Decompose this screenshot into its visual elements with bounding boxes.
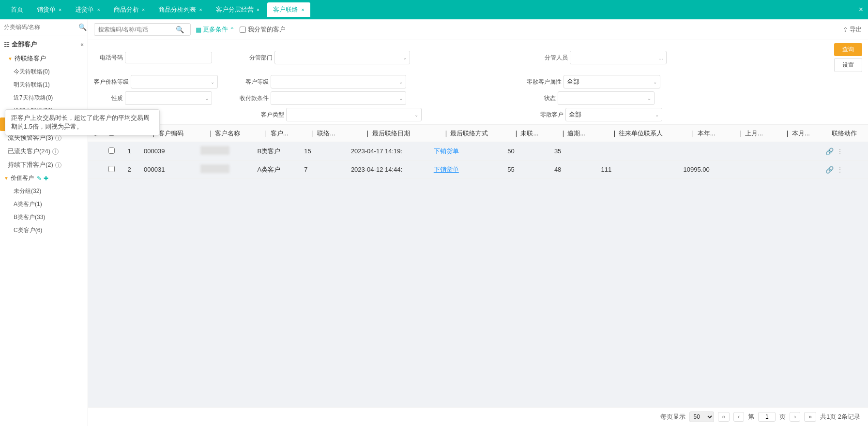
nav-tab-close-商品分析[interactable]: × (142, 7, 145, 13)
sidebar-item-b-class[interactable]: B类客户(33) (0, 211, 88, 224)
search-input[interactable] (98, 26, 176, 33)
td-checkbox[interactable] (104, 161, 120, 179)
manager-label: 分管人员 (539, 54, 568, 62)
sidebar-header-label: 全部客户 (12, 40, 37, 49)
td-last-method[interactable]: 下销货单 (429, 142, 503, 161)
table-scroll-wrapper: ⚙ ❘ 客户编码 ❘ 客户名称 ❘ 客户... ❘ 联络... ❘ 最后联络日期 (88, 125, 868, 407)
th-last-contact-date[interactable]: ❘ 最后联络日期 (346, 125, 429, 142)
grid-action-icon[interactable]: ⋮ (837, 166, 843, 174)
sidebar-item-a-class[interactable]: A类客户(1) (0, 198, 88, 211)
total-info: 共1页 2条记录 (820, 412, 860, 421)
nav-tab-close-客户分层经营[interactable]: × (257, 7, 259, 13)
td-not-contacted: 55 (503, 161, 549, 179)
export-icon: ⇪ (843, 26, 848, 33)
payment-select[interactable]: ⌄ (271, 91, 406, 105)
sidebar-all-customers[interactable]: ☷ 全部客户 « (0, 37, 88, 52)
sidebar-search-input[interactable] (4, 24, 76, 30)
td-this-year (679, 142, 727, 161)
nav-tab-close-销货单[interactable]: × (59, 7, 61, 13)
nav-tab-客户联络[interactable]: 客户联络 × (267, 2, 310, 17)
link-action-icon[interactable]: 🔗 (825, 147, 834, 155)
sidebar-value-label[interactable]: 价值客户 (11, 174, 34, 182)
last-method-link[interactable]: 下销货单 (434, 147, 459, 155)
gender-select[interactable]: ⌄ (125, 91, 212, 105)
th-last-month[interactable]: ❘ 上月... (727, 125, 774, 142)
td-checkbox[interactable] (104, 142, 120, 161)
nav-tab-首页[interactable]: 首页 (5, 2, 29, 17)
search-icon[interactable]: 🔍 (176, 26, 184, 33)
status-label: 状态 (527, 94, 556, 103)
nav-tab-close-商品分析列表[interactable]: × (199, 7, 202, 13)
th-overdue[interactable]: ❘ 逾期... (549, 125, 596, 142)
td-last-method[interactable]: 下销货单 (429, 161, 503, 179)
next-page-btn[interactable]: › (790, 412, 800, 422)
link-action-icon[interactable]: 🔗 (825, 166, 834, 174)
nav-tab-商品分析列表[interactable]: 商品分析列表 × (152, 2, 208, 17)
per-page-select[interactable]: 50 20 100 (689, 411, 714, 422)
window-close-btn[interactable]: × (859, 5, 863, 14)
retail-attr-arrow: ⌄ (653, 79, 657, 85)
export-label: 导出 (850, 25, 862, 34)
edit-icon[interactable]: ✎ (37, 175, 42, 182)
th-this-year[interactable]: ❘ 本年... (679, 125, 727, 142)
customer-type-select[interactable]: ⌄ (286, 108, 422, 121)
tooltip-box: 距客户上次交易时长，超过了此客户的平均交易周期的1.5倍，则视为异常。 (5, 109, 160, 135)
retail-attr-value: 全部 (567, 77, 579, 86)
sidebar-item-today[interactable]: 今天待联络(0) (0, 65, 88, 78)
nav-tab-close-进货单[interactable]: × (97, 7, 100, 13)
last-method-link[interactable]: 下销货单 (434, 166, 459, 173)
sidebar-item-7days[interactable]: 近7天待联络(0) (0, 91, 88, 104)
retail-value: 全部 (569, 110, 581, 119)
sidebar-group-pending[interactable]: ▼ 待联络客户 (0, 52, 88, 65)
filter-phone: 电话号码 (94, 52, 240, 63)
nav-tab-销货单[interactable]: 销货单 × (31, 2, 67, 17)
first-page-btn[interactable]: « (718, 412, 730, 422)
th-contact-count[interactable]: ❘ 联络... (299, 125, 346, 142)
status-select[interactable]: ⌄ (558, 91, 655, 105)
retail-attr-select[interactable]: 全部 ⌄ (563, 75, 660, 88)
manager-select[interactable]: … (570, 51, 667, 64)
my-customers-check[interactable] (240, 27, 246, 33)
nav-tab-close-客户联络[interactable]: × (301, 7, 304, 13)
filter-section: 电话号码 分管部门 ⌄ 分管人员 … (88, 40, 868, 125)
td-last-month (727, 142, 774, 161)
gender-arrow: ⌄ (205, 96, 209, 101)
row-checkbox[interactable] (108, 166, 115, 172)
add-icon[interactable]: ✚ (44, 175, 48, 182)
td-name (196, 161, 252, 179)
my-customers-checkbox[interactable]: 我分管的客户 (240, 25, 286, 34)
customer-grade-select[interactable]: ⌄ (271, 75, 406, 88)
filter-customer-type: 客户类型 ⌄ (255, 108, 531, 121)
nav-tab-商品分析[interactable]: 商品分析 × (108, 2, 151, 17)
sidebar-item-ungrouped[interactable]: 未分组(32) (0, 185, 88, 198)
row-checkbox[interactable] (108, 147, 115, 154)
sidebar-collapse-btn[interactable]: « (80, 41, 84, 48)
phone-input[interactable] (125, 52, 212, 63)
sidebar-item-tomorrow[interactable]: 明天待联络(1) (0, 78, 88, 91)
grid-action-icon[interactable]: ⋮ (837, 147, 843, 155)
th-this-month[interactable]: ❘ 本月... (774, 125, 821, 142)
sidebar-item-churned[interactable]: 已流失客户(24) i (0, 145, 88, 158)
retail-select[interactable]: 全部 ⌄ (565, 108, 662, 121)
dept-select[interactable]: ⌄ (274, 51, 410, 64)
th-contacts[interactable]: ❘ 往来单位联系人 (596, 125, 679, 142)
price-grade-select[interactable]: ⌄ (131, 75, 218, 88)
sidebar-item-declining[interactable]: 持续下滑客户(2) i (0, 158, 88, 172)
td-actions: 🔗 ⋮ (821, 142, 868, 161)
nav-tab-客户分层经营[interactable]: 客户分层经营 × (210, 2, 265, 17)
th-last-contact-method[interactable]: ❘ 最后联络方式 (429, 125, 503, 142)
page-input[interactable] (758, 412, 776, 422)
sidebar-search-icon[interactable]: 🔍 (78, 23, 87, 31)
nav-tab-进货单[interactable]: 进货单 × (69, 2, 106, 17)
settings-button[interactable]: 设置 (834, 58, 862, 72)
th-customer-name[interactable]: ❘ 客户名称 (196, 125, 252, 142)
th-customer-type[interactable]: ❘ 客户... (252, 125, 299, 142)
query-button[interactable]: 查询 (834, 43, 862, 56)
more-conditions-btn[interactable]: ▦ 更多条件 ⌃ (196, 25, 235, 34)
prev-page-btn[interactable]: ‹ (733, 412, 744, 422)
th-not-contacted[interactable]: ❘ 未联... (503, 125, 549, 142)
sidebar-item-c-class[interactable]: C类客户(6) (0, 224, 88, 237)
last-page-btn[interactable]: » (804, 412, 816, 422)
td-type: A类客户 (252, 161, 299, 179)
export-btn[interactable]: ⇪ 导出 (843, 25, 862, 34)
